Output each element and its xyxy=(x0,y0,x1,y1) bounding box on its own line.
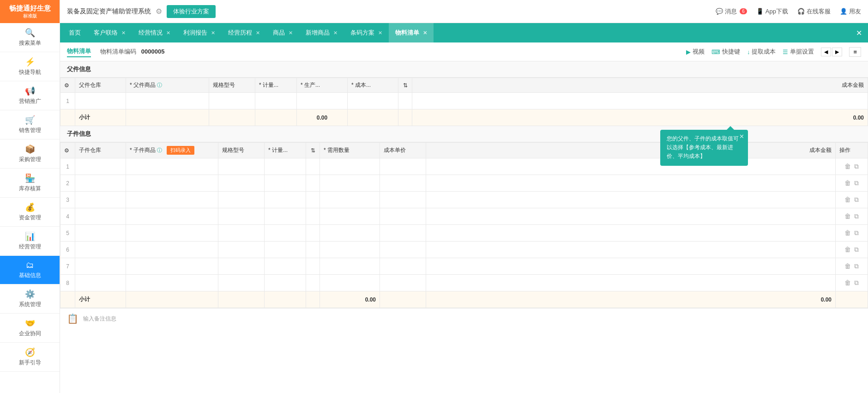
nav-tab-close-4[interactable]: ✕ xyxy=(256,30,260,36)
nav-tab-close-6[interactable]: ✕ xyxy=(333,30,338,36)
child-row-1-unit[interactable] xyxy=(265,158,306,175)
child-row-5-unit-price[interactable] xyxy=(380,225,426,242)
nav-tab-经营情况[interactable]: 经营情况✕ xyxy=(132,23,177,42)
child-row-3-unit-price[interactable] xyxy=(380,192,426,208)
nav-tab-客户联络[interactable]: 客户联络✕ xyxy=(87,23,132,42)
sidebar-item-采购管理[interactable]: 📦采购管理 xyxy=(0,139,60,169)
child-th-gear[interactable]: ⚙ xyxy=(60,143,75,158)
child-row-8-copy-btn[interactable]: ⧉ xyxy=(854,279,859,286)
layout-btn[interactable]: ≡ xyxy=(849,47,861,57)
trial-btn[interactable]: 体验行业方案 xyxy=(167,5,216,18)
sidebar-item-基础信息[interactable]: 🗂基础信息 xyxy=(0,256,60,284)
child-row-4-warehouse[interactable] xyxy=(75,208,126,225)
child-row-5-delete-btn[interactable]: 🗑 xyxy=(844,229,851,236)
child-row-5-qty[interactable] xyxy=(320,225,380,242)
prev-btn[interactable]: ◀ xyxy=(821,48,831,56)
child-row-3-warehouse[interactable] xyxy=(75,192,126,208)
child-row-4-unit[interactable] xyxy=(265,208,306,225)
child-row-5-product[interactable] xyxy=(126,225,218,242)
child-row-4-spec[interactable] xyxy=(218,208,265,225)
tooltip-close-btn[interactable]: ✕ xyxy=(739,132,744,142)
nav-tab-商品[interactable]: 商品✕ xyxy=(266,23,299,42)
nav-tab-首页[interactable]: 首页 xyxy=(62,23,87,42)
child-row-3-product[interactable] xyxy=(126,192,218,208)
extract-cost-btn[interactable]: ↓ 提取成本 xyxy=(747,48,776,56)
child-row-8-unit-price[interactable] xyxy=(380,275,426,291)
nav-tab-利润报告[interactable]: 利润报告✕ xyxy=(177,23,222,42)
child-row-7-warehouse[interactable] xyxy=(75,258,126,275)
view-btn[interactable]: ▶ 视频 xyxy=(686,48,705,56)
sidebar-item-资金管理[interactable]: 💰资金管理 xyxy=(0,198,60,227)
child-row-7-product[interactable] xyxy=(126,258,218,275)
nav-tab-新增商品[interactable]: 新增商品✕ xyxy=(299,23,344,42)
child-row-7-unit-price[interactable] xyxy=(380,258,426,275)
child-row-6-warehouse[interactable] xyxy=(75,242,126,258)
user-btn[interactable]: 👤 用友 xyxy=(840,7,861,16)
child-row-7-spec[interactable] xyxy=(218,258,265,275)
child-row-6-unit-price[interactable] xyxy=(380,242,426,258)
child-row-6-unit[interactable] xyxy=(265,242,306,258)
child-row-1-spec[interactable] xyxy=(218,158,265,175)
child-row-5-copy-btn[interactable]: ⧉ xyxy=(854,229,859,236)
close-all-tabs-btn[interactable]: ✕ xyxy=(852,29,866,37)
child-row-4-qty[interactable] xyxy=(320,208,380,225)
child-row-1-product[interactable] xyxy=(126,158,218,175)
child-row-8-product[interactable] xyxy=(126,275,218,291)
parent-th-gear[interactable]: ⚙ xyxy=(60,78,75,93)
child-row-4-product[interactable] xyxy=(126,208,218,225)
child-row-8-warehouse[interactable] xyxy=(75,275,126,291)
child-row-5-unit[interactable] xyxy=(265,225,306,242)
sidebar-item-销售管理[interactable]: 🛒销售管理 xyxy=(0,110,60,139)
parent-row-1-produce[interactable] xyxy=(297,93,348,109)
nav-tab-close-8[interactable]: ✕ xyxy=(423,30,427,36)
nav-tab-close-7[interactable]: ✕ xyxy=(378,30,382,36)
app-download-btn[interactable]: 📱 App下载 xyxy=(756,7,788,16)
child-row-3-spec[interactable] xyxy=(218,192,265,208)
child-row-1-qty[interactable] xyxy=(320,158,380,175)
child-row-8-unit[interactable] xyxy=(265,275,306,291)
child-row-2-unit[interactable] xyxy=(265,175,306,192)
child-row-2-copy-btn[interactable]: ⧉ xyxy=(854,179,859,187)
child-row-6-spec[interactable] xyxy=(218,242,265,258)
child-row-2-product[interactable] xyxy=(126,175,218,192)
sidebar-item-企业协同[interactable]: 🤝企业协同 xyxy=(0,314,60,343)
online-service-btn[interactable]: 🎧 在线客服 xyxy=(797,7,831,16)
child-row-2-qty[interactable] xyxy=(320,175,380,192)
child-row-4-unit-price[interactable] xyxy=(380,208,426,225)
child-row-4-copy-btn[interactable]: ⧉ xyxy=(854,212,859,220)
nav-tab-close-1[interactable]: ✕ xyxy=(121,30,126,36)
nav-tab-close-2[interactable]: ✕ xyxy=(166,30,170,36)
parent-row-1-product[interactable] xyxy=(126,93,209,109)
child-row-2-warehouse[interactable] xyxy=(75,175,126,192)
nav-tab-条码方案[interactable]: 条码方案✕ xyxy=(344,23,389,42)
child-row-1-copy-btn[interactable]: ⧉ xyxy=(854,163,859,170)
child-row-8-spec[interactable] xyxy=(218,275,265,291)
child-row-8-delete-btn[interactable]: 🗑 xyxy=(844,279,851,286)
sidebar-item-搜索菜单[interactable]: 🔍搜索菜单 xyxy=(0,23,60,52)
child-row-6-delete-btn[interactable]: 🗑 xyxy=(844,246,851,253)
shortcut-btn[interactable]: ⌨ 快捷键 xyxy=(711,48,740,56)
parent-row-1-warehouse[interactable] xyxy=(75,93,126,109)
sidebar-item-营销推广[interactable]: 📢营销推广 xyxy=(0,81,60,110)
nav-tab-经营历程[interactable]: 经营历程✕ xyxy=(222,23,266,42)
child-row-3-qty[interactable] xyxy=(320,192,380,208)
settings-icon[interactable]: ⚙ xyxy=(156,7,162,16)
parent-row-1-spec[interactable] xyxy=(209,93,255,109)
child-row-7-delete-btn[interactable]: 🗑 xyxy=(844,262,851,270)
child-row-3-delete-btn[interactable]: 🗑 xyxy=(844,196,851,203)
sidebar-item-库存核算[interactable]: 🏪库存核算 xyxy=(0,169,60,198)
parent-row-1-cost-price[interactable] xyxy=(348,93,398,109)
child-row-2-spec[interactable] xyxy=(218,175,265,192)
sidebar-item-新手引导[interactable]: 🧭新手引导 xyxy=(0,343,60,372)
sidebar-item-快捷导航[interactable]: ⚡快捷导航 xyxy=(0,52,60,81)
single-settings-btn[interactable]: ☰ 单据设置 xyxy=(783,48,814,56)
child-row-1-delete-btn[interactable]: 🗑 xyxy=(844,163,851,170)
sub-tab-bill[interactable]: 物料清单 xyxy=(67,46,91,57)
child-row-3-unit[interactable] xyxy=(265,192,306,208)
child-row-3-copy-btn[interactable]: ⧉ xyxy=(854,196,859,203)
child-row-8-qty[interactable] xyxy=(320,275,380,291)
note-placeholder[interactable]: 输入备注信息 xyxy=(83,315,116,323)
child-row-5-spec[interactable] xyxy=(218,225,265,242)
child-row-4-delete-btn[interactable]: 🗑 xyxy=(844,212,851,220)
child-row-6-product[interactable] xyxy=(126,242,218,258)
